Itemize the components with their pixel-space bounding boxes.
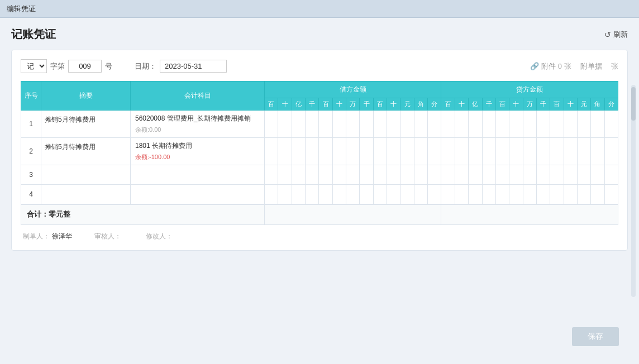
td-credit-0-10[interactable] [577, 111, 590, 138]
td-credit-1-12[interactable] [604, 138, 618, 165]
td-debit-3-1[interactable] [278, 185, 292, 205]
td-debit-2-4[interactable] [319, 165, 332, 185]
td-credit-1-4[interactable] [495, 138, 509, 165]
td-debit-2-9[interactable] [387, 165, 400, 185]
td-debit-3-4[interactable] [319, 185, 332, 205]
td-debit-0-12[interactable] [428, 111, 441, 138]
td-credit-1-9[interactable] [564, 138, 577, 165]
td-debit-1-3[interactable] [306, 138, 319, 165]
td-debit-1-4[interactable] [319, 138, 332, 165]
td-credit-2-4[interactable] [495, 165, 509, 185]
td-credit-3-10[interactable] [577, 185, 590, 205]
td-debit-2-1[interactable] [278, 165, 292, 185]
td-debit-3-2[interactable] [292, 185, 305, 205]
td-credit-2-6[interactable] [523, 165, 536, 185]
td-summary-0[interactable]: 摊销5月待摊费用 [41, 111, 131, 138]
td-debit-3-7[interactable] [360, 185, 373, 205]
td-debit-2-5[interactable] [332, 165, 346, 185]
td-credit-2-12[interactable] [604, 165, 618, 185]
td-credit-3-1[interactable] [455, 185, 468, 205]
date-input[interactable] [160, 60, 227, 73]
td-credit-0-7[interactable] [536, 111, 550, 138]
td-debit-1-10[interactable] [400, 138, 414, 165]
td-debit-0-6[interactable] [346, 111, 360, 138]
td-debit-0-1[interactable] [278, 111, 292, 138]
td-debit-1-11[interactable] [414, 138, 427, 165]
td-debit-1-0[interactable] [265, 138, 278, 165]
td-debit-1-8[interactable] [373, 138, 387, 165]
td-credit-2-5[interactable] [509, 165, 523, 185]
td-debit-2-8[interactable] [373, 165, 387, 185]
td-debit-0-4[interactable] [319, 111, 332, 138]
td-debit-2-10[interactable] [400, 165, 414, 185]
td-debit-0-8[interactable] [373, 111, 387, 138]
td-summary-3[interactable] [41, 185, 131, 205]
td-debit-1-6[interactable] [346, 138, 360, 165]
attach-single-link[interactable]: 附单据 [580, 61, 602, 71]
td-debit-0-7[interactable] [360, 111, 373, 138]
td-credit-1-8[interactable] [550, 138, 564, 165]
td-credit-2-10[interactable] [577, 165, 590, 185]
attach-link[interactable]: 🔗 附件 0 张 [530, 61, 571, 71]
td-credit-0-11[interactable] [591, 111, 604, 138]
td-debit-2-11[interactable] [414, 165, 427, 185]
td-credit-1-6[interactable] [523, 138, 536, 165]
td-seq-3[interactable]: 4 [21, 185, 41, 205]
td-credit-3-7[interactable] [536, 185, 550, 205]
scrollbar-thumb[interactable] [631, 87, 636, 121]
td-debit-3-11[interactable] [414, 185, 427, 205]
td-account-3[interactable] [131, 185, 265, 205]
td-credit-2-9[interactable] [564, 165, 577, 185]
td-credit-3-4[interactable] [495, 185, 509, 205]
td-debit-3-12[interactable] [428, 185, 441, 205]
td-account-1[interactable]: 1801 长期待摊费用余额:-100.00 [131, 138, 265, 165]
td-credit-1-2[interactable] [469, 138, 482, 165]
td-credit-0-1[interactable] [455, 111, 468, 138]
td-debit-1-1[interactable] [278, 138, 292, 165]
td-debit-2-2[interactable] [292, 165, 305, 185]
td-credit-0-0[interactable] [441, 111, 455, 138]
td-credit-2-11[interactable] [591, 165, 604, 185]
td-credit-2-8[interactable] [550, 165, 564, 185]
td-debit-1-7[interactable] [360, 138, 373, 165]
td-credit-3-6[interactable] [523, 185, 536, 205]
td-seq-2[interactable]: 3 [21, 165, 41, 185]
td-debit-1-2[interactable] [292, 138, 305, 165]
td-debit-2-6[interactable] [346, 165, 360, 185]
td-seq-0[interactable]: 1 [21, 111, 41, 138]
td-credit-1-0[interactable] [441, 138, 455, 165]
td-debit-2-3[interactable] [306, 165, 319, 185]
td-credit-0-5[interactable] [509, 111, 523, 138]
td-debit-1-5[interactable] [332, 138, 346, 165]
td-debit-0-10[interactable] [400, 111, 414, 138]
td-summary-2[interactable] [41, 165, 131, 185]
td-credit-2-1[interactable] [455, 165, 468, 185]
td-debit-0-5[interactable] [332, 111, 346, 138]
td-debit-0-2[interactable] [292, 111, 305, 138]
td-debit-2-12[interactable] [428, 165, 441, 185]
td-credit-1-11[interactable] [591, 138, 604, 165]
td-credit-1-1[interactable] [455, 138, 468, 165]
td-debit-3-8[interactable] [373, 185, 387, 205]
td-debit-3-9[interactable] [387, 185, 400, 205]
td-credit-3-2[interactable] [469, 185, 482, 205]
td-debit-0-9[interactable] [387, 111, 400, 138]
td-credit-0-12[interactable] [604, 111, 618, 138]
refresh-button[interactable]: ↺ 刷新 [604, 30, 628, 40]
td-credit-2-7[interactable] [536, 165, 550, 185]
td-credit-0-2[interactable] [469, 111, 482, 138]
td-account-0[interactable]: 56020008 管理费用_长期待摊费用摊销余额:0.00 [131, 111, 265, 138]
td-debit-2-7[interactable] [360, 165, 373, 185]
td-credit-3-0[interactable] [441, 185, 455, 205]
td-debit-0-11[interactable] [414, 111, 427, 138]
voucher-type-select[interactable]: 记 [21, 59, 47, 73]
td-debit-3-0[interactable] [265, 185, 278, 205]
td-account-2[interactable] [131, 165, 265, 185]
td-credit-0-4[interactable] [495, 111, 509, 138]
td-debit-0-0[interactable] [265, 111, 278, 138]
td-credit-2-3[interactable] [482, 165, 495, 185]
td-debit-3-10[interactable] [400, 185, 414, 205]
td-summary-1[interactable]: 摊销5月待摊费用 [41, 138, 131, 165]
td-credit-1-10[interactable] [577, 138, 590, 165]
td-credit-3-5[interactable] [509, 185, 523, 205]
